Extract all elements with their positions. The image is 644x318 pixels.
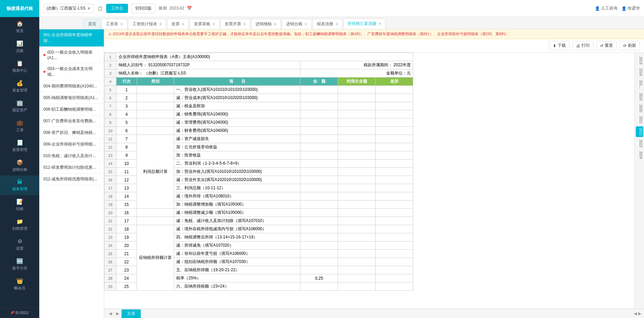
- diff-cell[interactable]: [376, 209, 413, 217]
- tab-close-icon[interactable]: ✕: [243, 22, 246, 26]
- profit-cell[interactable]: [338, 241, 376, 250]
- amount-cell[interactable]: [300, 209, 338, 217]
- profit-cell[interactable]: [338, 274, 376, 282]
- print-button[interactable]: 🖨 打印: [572, 41, 593, 50]
- tab-home[interactable]: 首页: [84, 19, 101, 29]
- profit-cell[interactable]: [338, 127, 376, 135]
- sidebar-unpin-button[interactable]: 📌 取消固定: [0, 307, 39, 318]
- profit-cell[interactable]: [338, 119, 376, 127]
- tab-income-tax[interactable]: 所得税汇算清缴 ✕: [343, 18, 386, 29]
- tab-sales-audit[interactable]: 进销稽核 ✕: [251, 19, 281, 29]
- sidebar-item-archive[interactable]: 📁 归档管理: [0, 215, 39, 235]
- year-tag-2019[interactable]: 2019: [636, 55, 643, 66]
- sub-nav-item-009[interactable]: 009-企业所得税补亏损明细...: [39, 139, 104, 150]
- bottom-tab-main[interactable]: 主表: [121, 309, 141, 318]
- year-tag-2016[interactable]: 2016: [636, 67, 643, 77]
- amount-cell[interactable]: [300, 192, 338, 201]
- year-tag-2022[interactable]: 2022: [636, 126, 643, 137]
- diff-cell[interactable]: [376, 160, 413, 168]
- tab-close-icon[interactable]: ✕: [212, 22, 215, 26]
- diff-cell[interactable]: [376, 233, 413, 241]
- sub-nav-item-002[interactable]: 002-一般企业收入明细表(A1...: [39, 47, 104, 63]
- tab-invoice-open[interactable]: 发票开票 ✕: [220, 19, 250, 29]
- profit-cell[interactable]: [338, 282, 376, 291]
- profit-cell[interactable]: [338, 102, 376, 110]
- sidebar-item-guide[interactable]: 🆕 新手引导: [0, 254, 39, 274]
- tab-tax-clear[interactable]: 税表清册 ✕: [312, 19, 342, 29]
- diff-cell[interactable]: [376, 241, 413, 250]
- amount-cell[interactable]: [300, 241, 338, 250]
- profit-cell[interactable]: [338, 192, 376, 201]
- diff-cell[interactable]: [376, 184, 413, 192]
- diff-cell[interactable]: [376, 201, 413, 209]
- profit-cell[interactable]: [338, 110, 376, 119]
- diff-cell[interactable]: [376, 282, 413, 291]
- amount-cell[interactable]: [300, 225, 338, 233]
- sidebar-item-sales[interactable]: 📦 进销台账: [0, 156, 39, 176]
- sub-nav-item-012[interactable]: 012-减免所得税优惠明细表(...: [39, 174, 104, 185]
- sub-nav-item-007[interactable]: 007-广告费和业务宣传费跑...: [39, 115, 104, 127]
- tab-close-icon[interactable]: ✕: [305, 22, 307, 26]
- sub-nav-item-001[interactable]: 001-企业所得税年度纳税申报...: [39, 29, 104, 47]
- reset-button[interactable]: ↺ 重置: [596, 41, 617, 50]
- sidebar-item-ledger[interactable]: 📊 总账: [0, 37, 39, 57]
- tab-close-icon[interactable]: ✕: [335, 22, 338, 26]
- profit-cell[interactable]: [338, 250, 376, 258]
- year-tag-2017[interactable]: 201...: [636, 79, 643, 90]
- tab-invoice-calc[interactable]: 发票算账 ✕: [190, 19, 220, 29]
- sub-nav-item-006[interactable]: 006-职工薪酬纳税调整明细...: [39, 104, 104, 115]
- diff-cell[interactable]: [376, 127, 413, 135]
- amount-cell[interactable]: [300, 176, 338, 184]
- profit-cell[interactable]: [338, 225, 376, 233]
- sub-nav-item-005[interactable]: 005-纳税调整项目明细表(A1...: [39, 92, 104, 104]
- tab-invoice[interactable]: 发票 ✕: [167, 19, 189, 29]
- diff-cell[interactable]: [376, 258, 413, 266]
- amount-cell[interactable]: [300, 110, 338, 119]
- profit-cell[interactable]: [338, 233, 376, 241]
- profit-cell[interactable]: [338, 258, 376, 266]
- sub-nav-item-003[interactable]: 003-一般企业成本支出明细...: [39, 63, 104, 81]
- sidebar-item-invoice[interactable]: 🧾 发票管理: [0, 136, 39, 156]
- amount-cell[interactable]: [300, 217, 338, 225]
- tab-next-arrow[interactable]: ▶: [114, 310, 121, 317]
- profit-cell[interactable]: [338, 184, 376, 192]
- workbench-button[interactable]: 工作台: [106, 4, 128, 13]
- copy-icon[interactable]: 📋: [98, 6, 103, 11]
- year-tag-2024[interactable]: 2024: [636, 150, 643, 160]
- sidebar-item-member[interactable]: 👑 畅会员: [0, 274, 39, 294]
- company-selector[interactable]: (勿删）江西服宝-LSS ▼: [43, 4, 94, 13]
- profit-cell[interactable]: [338, 143, 376, 151]
- profit-cell[interactable]: [338, 217, 376, 225]
- year-tag-2018[interactable]: 2018: [636, 92, 643, 102]
- sheet-main[interactable]: 1 企业所得税年度纳税申报表（A类）主表(A100000) 2 纳税人识别号： …: [104, 53, 634, 308]
- amount-cell[interactable]: [300, 184, 338, 192]
- diff-cell[interactable]: [376, 274, 413, 282]
- sub-nav-item-004[interactable]: 004-期间费用明细表(A1040...: [39, 81, 104, 92]
- profit-cell[interactable]: [338, 86, 376, 94]
- amount-cell[interactable]: [300, 160, 338, 168]
- profit-cell[interactable]: [338, 266, 376, 274]
- diff-cell[interactable]: [376, 192, 413, 201]
- tab-salary-report[interactable]: 工资统计报表 ✕: [128, 19, 166, 29]
- tab-close-icon[interactable]: ✕: [182, 22, 184, 26]
- diff-cell[interactable]: [376, 135, 413, 143]
- sidebar-item-home[interactable]: 🏠 首页: [0, 17, 39, 37]
- amount-cell[interactable]: [300, 135, 338, 143]
- amount-cell[interactable]: 0.25: [300, 274, 338, 282]
- sidebar-item-salary[interactable]: 💼 工资: [0, 116, 39, 136]
- amount-cell[interactable]: [300, 94, 338, 102]
- diff-cell[interactable]: [376, 266, 413, 274]
- amount-cell[interactable]: [300, 102, 338, 110]
- diff-cell[interactable]: [376, 250, 413, 258]
- sub-nav-item-008[interactable]: 008-资产折旧、摊销及纳税...: [39, 127, 104, 139]
- sidebar-item-report[interactable]: 📋 报表中心: [0, 57, 39, 77]
- amount-cell[interactable]: [300, 233, 338, 241]
- calendar-icon[interactable]: 📅: [187, 6, 192, 11]
- switch-button[interactable]: 切到旧版: [131, 3, 155, 13]
- scroll-right-icon[interactable]: ▶: [638, 311, 641, 316]
- diff-cell[interactable]: [376, 217, 413, 225]
- diff-cell[interactable]: [376, 102, 413, 110]
- profit-cell[interactable]: [338, 94, 376, 102]
- profit-cell[interactable]: [338, 209, 376, 217]
- sidebar-item-tax[interactable]: 🏛 税务管理: [0, 176, 39, 195]
